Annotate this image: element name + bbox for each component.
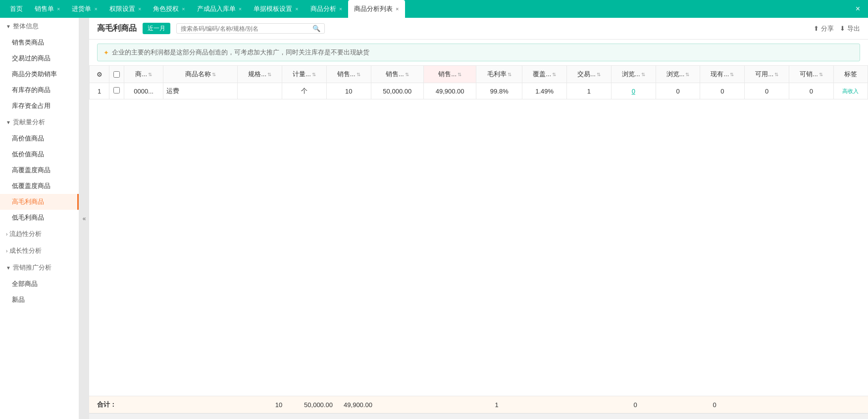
col-code-header[interactable]: 商... ⇅ <box>124 66 163 83</box>
col-available2-header[interactable]: 可用... ⇅ <box>745 66 789 83</box>
summary-sales-qty: 10 <box>259 401 299 409</box>
summary-sellable: 0 <box>695 401 734 409</box>
search-icon[interactable]: 🔍 <box>312 25 320 32</box>
nav-template-close[interactable]: × <box>295 6 298 12</box>
share-button[interactable]: ⬆ 分享 <box>814 24 834 33</box>
col-coverage-header[interactable]: 覆盖... ⇅ <box>522 66 567 83</box>
sidebar-item-high-coverage[interactable]: 高覆盖度商品 <box>0 162 79 178</box>
summary-sales-profit: 49,900.00 <box>338 401 378 409</box>
search-box: 🔍 <box>176 23 325 34</box>
sidebar-item-low-margin[interactable]: 低毛利商品 <box>0 210 79 226</box>
sort-coverage-icon: ⇅ <box>552 72 556 77</box>
cell-browse2: 0 <box>656 83 700 99</box>
sidebar-item-sales-goods[interactable]: 销售类商品 <box>0 35 79 50</box>
cell-browse1[interactable]: 0 <box>611 83 656 99</box>
summary-available1: 0 <box>615 401 655 409</box>
nav-product-analysis-list[interactable]: 商品分析列表 × <box>348 0 405 18</box>
nav-sales-close[interactable]: × <box>57 6 60 12</box>
sort-trade-icon: ⇅ <box>597 72 601 77</box>
bottom-scrollbar[interactable] <box>89 413 868 419</box>
col-gross-rate-header[interactable]: 毛利率 ⇅ <box>476 66 522 83</box>
export-button[interactable]: ⬇ 导出 <box>840 24 860 33</box>
header-actions: ⬆ 分享 ⬇ 导出 <box>814 24 860 33</box>
contribution-arrow: ▼ <box>6 120 11 125</box>
nav-permission[interactable]: 权限设置 × <box>103 0 147 18</box>
nav-sales[interactable]: 销售单 × <box>29 0 66 18</box>
growth-arrow: › <box>6 248 7 254</box>
window-close-btn[interactable]: × <box>852 4 864 13</box>
col-sales-qty-header[interactable]: 销售... ⇅ <box>326 66 371 83</box>
search-input[interactable] <box>181 25 312 32</box>
sidebar-item-low-value[interactable]: 低价值商品 <box>0 146 79 162</box>
col-sellable-header[interactable]: 可销... ⇅ <box>789 66 834 83</box>
nav-product-inbound-close[interactable]: × <box>239 6 242 12</box>
filter-recent-month[interactable]: 近一月 <box>143 23 170 34</box>
col-browse2-header[interactable]: 浏览... ⇅ <box>656 66 700 83</box>
sidebar-item-traded-goods[interactable]: 交易过的商品 <box>0 50 79 66</box>
col-unit-header[interactable]: 计量... ⇅ <box>282 66 327 83</box>
sidebar: ▼ 整体信息 销售类商品 交易过的商品 商品分类助销率 有库存的商品 库存资金占… <box>0 18 79 419</box>
info-banner: ✦ 企业的主要的利润都是这部分商品创造的，可考虑加大推广，同时关注库存是不要出现… <box>97 44 860 61</box>
cell-unit: 个 <box>282 83 327 99</box>
sidebar-group-marketing[interactable]: ▼ 营销推广分析 <box>0 259 79 276</box>
overall-arrow: ▼ <box>6 24 11 29</box>
cell-tag: 高收入 <box>833 83 868 99</box>
sort-sales-profit-icon: ⇅ <box>458 72 461 77</box>
content-area: 高毛利商品 近一月 🔍 ⬆ 分享 ⬇ 导出 ✦ 企业的主要的利润都是这部分商品创… <box>89 18 868 419</box>
sidebar-group-growth[interactable]: › 成长性分析 <box>0 242 79 259</box>
sort-code-icon: ⇅ <box>148 72 152 77</box>
cell-sales-profit: 49,900.00 <box>423 83 476 99</box>
sidebar-toggle[interactable]: « <box>79 18 89 419</box>
col-sales-amt-header[interactable]: 销售... ⇅ <box>371 66 423 83</box>
cell-spec <box>238 83 282 99</box>
sidebar-group-overall[interactable]: ▼ 整体信息 <box>0 18 79 35</box>
sidebar-item-new-goods[interactable]: 新品 <box>0 292 79 308</box>
sort-sellable-icon: ⇅ <box>819 72 823 77</box>
col-name-header[interactable]: 商品名称 ⇅ <box>163 66 238 83</box>
row-checkbox[interactable] <box>113 87 120 93</box>
main-layout: ▼ 整体信息 销售类商品 交易过的商品 商品分类助销率 有库存的商品 库存资金占… <box>0 18 868 419</box>
cell-name: 运费 <box>163 83 238 99</box>
sort-sales-qty-icon: ⇅ <box>357 72 360 77</box>
cell-code: 0000... <box>124 83 163 99</box>
table-row: 1 0000... 运费 个 10 50,000.00 49,900.00 99… <box>90 83 868 99</box>
nav-product-analysis-list-close[interactable]: × <box>396 6 399 12</box>
sidebar-item-category-rate[interactable]: 商品分类助销率 <box>0 66 79 82</box>
footer-summary: 合计： 10 50,000.00 49,900.00 1 0 0 <box>89 396 868 413</box>
sidebar-item-high-margin[interactable]: 高毛利商品 <box>0 194 79 210</box>
cell-gross-rate: 99.8% <box>476 83 522 99</box>
nav-product-analysis-close[interactable]: × <box>339 6 342 12</box>
col-trade-header[interactable]: 交易... ⇅ <box>567 66 612 83</box>
col-browse1-header[interactable]: 浏览... ⇅ <box>611 66 656 83</box>
sidebar-item-in-stock[interactable]: 有库存的商品 <box>0 82 79 98</box>
sort-name-icon: ⇅ <box>212 72 216 77</box>
nav-purchase-close[interactable]: × <box>94 6 97 12</box>
sidebar-group-contribution[interactable]: ▼ 贡献量分析 <box>0 114 79 131</box>
nav-role[interactable]: 角色授权 × <box>147 0 191 18</box>
nav-product-inbound[interactable]: 产成品入库单 × <box>191 0 248 18</box>
col-checkbox[interactable] <box>109 66 124 83</box>
nav-purchase[interactable]: 进货单 × <box>66 0 103 18</box>
col-spec-header[interactable]: 规格... ⇅ <box>238 66 282 83</box>
nav-home[interactable]: 首页 <box>4 0 29 18</box>
cell-no: 1 <box>90 83 109 99</box>
col-available1-header[interactable]: 现有... ⇅ <box>700 66 745 83</box>
cell-check[interactable] <box>109 83 124 99</box>
sidebar-item-high-value[interactable]: 高价值商品 <box>0 131 79 146</box>
nav-permission-close[interactable]: × <box>138 6 141 12</box>
nav-role-close[interactable]: × <box>182 6 185 12</box>
data-table-container[interactable]: ⚙ 商... ⇅ 商品名称 <box>89 65 868 396</box>
nav-template[interactable]: 单据模板设置 × <box>248 0 304 18</box>
sidebar-item-stock-capital[interactable]: 库存资金占用 <box>0 98 79 114</box>
sidebar-item-low-coverage[interactable]: 低覆盖度商品 <box>0 178 79 194</box>
sidebar-item-all-goods[interactable]: 全部商品 <box>0 276 79 292</box>
sidebar-group-trend[interactable]: › 流趋性分析 <box>0 226 79 242</box>
sort-gross-rate-icon: ⇅ <box>508 72 511 77</box>
col-settings[interactable]: ⚙ <box>90 66 109 83</box>
col-tag-header[interactable]: 标签 <box>833 66 868 83</box>
select-all-checkbox[interactable] <box>113 71 120 78</box>
col-sales-profit-header[interactable]: 销售... ⇅ <box>423 66 476 83</box>
nav-product-analysis[interactable]: 商品分析 × <box>305 0 348 18</box>
trend-arrow: › <box>6 232 7 237</box>
sort-unit-icon: ⇅ <box>312 72 316 77</box>
